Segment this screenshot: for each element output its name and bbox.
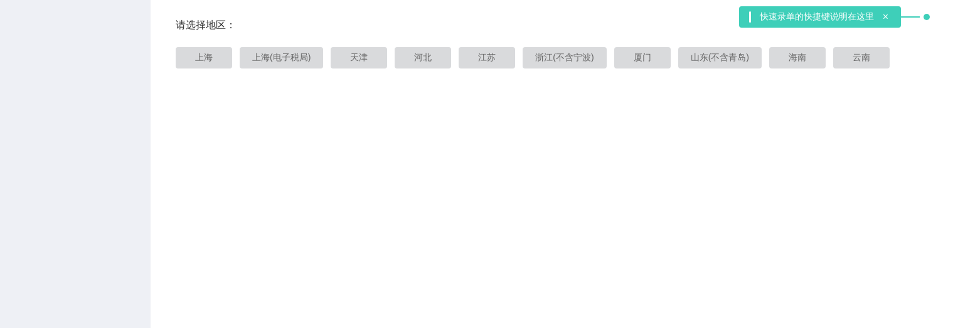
- region-button-9[interactable]: 云南: [833, 47, 890, 68]
- tooltip-content: 快速录单的快捷键说明在这里 ×: [739, 6, 901, 28]
- bar-indicator-icon: [749, 11, 751, 23]
- region-button-1[interactable]: 上海(电子税局): [240, 47, 323, 68]
- left-sidebar: [0, 0, 151, 328]
- region-button-2[interactable]: 天津: [331, 47, 387, 68]
- region-buttons: 上海上海(电子税局)天津河北江苏浙江(不含宁波)厦门山东(不含青岛)海南云南: [176, 47, 955, 68]
- tooltip-dot: [924, 14, 930, 20]
- region-button-5[interactable]: 浙江(不含宁波): [523, 47, 606, 68]
- main-content: 请选择地区： 上海上海(电子税局)天津河北江苏浙江(不含宁波)厦门山东(不含青岛…: [151, 0, 980, 328]
- region-button-3[interactable]: 河北: [395, 47, 451, 68]
- tooltip-bar: 快速录单的快捷键说明在这里 ×: [739, 6, 930, 28]
- region-button-6[interactable]: 厦门: [614, 47, 671, 68]
- region-button-0[interactable]: 上海: [176, 47, 232, 68]
- region-button-4[interactable]: 江苏: [459, 47, 515, 68]
- region-button-7[interactable]: 山东(不含青岛): [678, 47, 762, 68]
- region-button-8[interactable]: 海南: [769, 47, 826, 68]
- tooltip-line: [901, 16, 920, 18]
- tooltip-text: 快速录单的快捷键说明在这里: [760, 11, 874, 23]
- tooltip-close-button[interactable]: ×: [880, 12, 891, 22]
